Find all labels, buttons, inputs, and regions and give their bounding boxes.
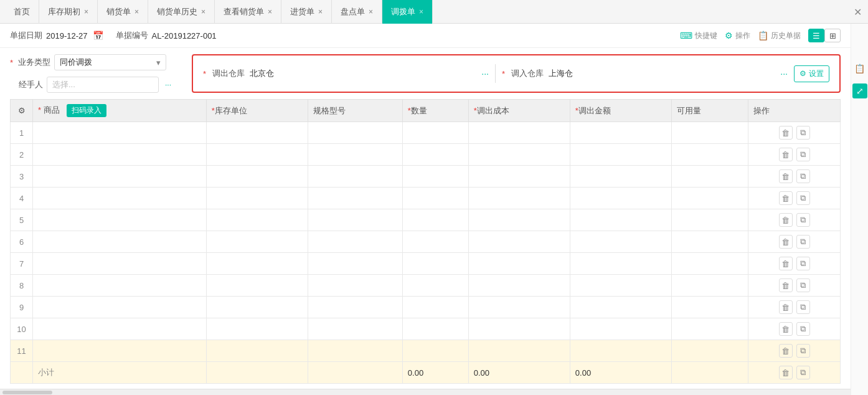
scrollbar[interactable] (0, 389, 851, 395)
amount-cell[interactable] (570, 275, 671, 297)
copy-btn[interactable]: ⧉ (796, 278, 810, 292)
available-cell[interactable] (671, 144, 748, 166)
product-cell[interactable] (33, 166, 207, 188)
tab-stocktake[interactable]: 盘点单× (332, 0, 382, 24)
available-cell[interactable] (671, 253, 748, 275)
tab-transfer[interactable]: 调拨单× (382, 0, 433, 24)
copy-btn[interactable]: ⧉ (796, 235, 810, 249)
delete-btn[interactable]: 🗑 (779, 191, 793, 205)
cost-cell[interactable] (468, 144, 570, 166)
handler-ellipsis-btn[interactable]: ··· (165, 80, 171, 89)
cost-cell[interactable] (468, 318, 570, 340)
tab-close-purchase-order[interactable]: × (318, 7, 323, 16)
qty-cell[interactable] (402, 188, 468, 209)
unit-cell[interactable] (206, 340, 308, 362)
tab-close-stocktake[interactable]: × (369, 7, 373, 16)
calendar-icon[interactable]: 📅 (93, 31, 103, 40)
available-cell[interactable] (671, 275, 748, 297)
delete-btn[interactable]: 🗑 (779, 169, 793, 183)
qty-cell[interactable] (402, 231, 468, 253)
tab-close-transfer[interactable]: × (419, 7, 423, 16)
unit-cell[interactable] (206, 231, 308, 253)
spec-cell[interactable] (308, 209, 402, 231)
delete-btn[interactable]: 🗑 (779, 300, 793, 314)
cost-cell[interactable] (468, 297, 570, 318)
delete-btn[interactable]: 🗑 (779, 126, 793, 140)
qty-cell[interactable] (402, 122, 468, 144)
cost-cell[interactable] (468, 166, 570, 188)
available-cell[interactable] (671, 231, 748, 253)
delete-btn[interactable]: 🗑 (779, 235, 793, 249)
delete-btn[interactable]: 🗑 (779, 213, 793, 227)
unit-cell[interactable] (206, 297, 308, 318)
delete-btn[interactable]: 🗑 (779, 344, 793, 358)
unit-cell[interactable] (206, 275, 308, 297)
tab-close-inventory-init[interactable]: × (84, 7, 88, 16)
subtotal-delete-btn[interactable]: 🗑 (779, 366, 793, 379)
spec-cell[interactable] (308, 231, 402, 253)
copy-btn[interactable]: ⧉ (796, 148, 810, 161)
copy-btn[interactable]: ⧉ (796, 169, 810, 183)
cost-cell[interactable] (468, 231, 570, 253)
available-cell[interactable] (671, 318, 748, 340)
qty-cell[interactable] (402, 253, 468, 275)
product-cell[interactable] (33, 275, 207, 297)
cost-cell[interactable] (468, 209, 570, 231)
tab-sales-order[interactable]: 销货单× (98, 0, 148, 24)
available-cell[interactable] (671, 209, 748, 231)
amount-cell[interactable] (570, 297, 671, 318)
unit-cell[interactable] (206, 209, 308, 231)
available-cell[interactable] (671, 340, 748, 362)
amount-cell[interactable] (570, 253, 671, 275)
product-cell[interactable] (33, 122, 207, 144)
product-cell[interactable] (33, 297, 207, 318)
spec-cell[interactable] (308, 318, 402, 340)
amount-cell[interactable] (570, 340, 671, 362)
copy-btn[interactable]: ⧉ (796, 257, 810, 270)
copy-btn[interactable]: ⧉ (796, 322, 810, 336)
product-cell[interactable] (33, 144, 207, 166)
qty-cell[interactable] (402, 340, 468, 362)
cost-cell[interactable] (468, 253, 570, 275)
gear-icon[interactable]: ⚙ (18, 106, 26, 115)
spec-cell[interactable] (308, 275, 402, 297)
amount-cell[interactable] (570, 231, 671, 253)
qty-cell[interactable] (402, 144, 468, 166)
tab-purchase-order[interactable]: 进货单× (281, 0, 332, 24)
copy-btn[interactable]: ⧉ (796, 213, 810, 227)
tab-home[interactable]: 首页 (5, 0, 39, 24)
unit-cell[interactable] (206, 253, 308, 275)
qty-cell[interactable] (402, 318, 468, 340)
delete-btn[interactable]: 🗑 (779, 257, 793, 270)
tab-close-sales-order[interactable]: × (134, 7, 139, 16)
spec-cell[interactable] (308, 253, 402, 275)
history-btn[interactable]: 📋 历史单据 (758, 31, 801, 41)
sidebar-note-icon[interactable]: 📋 (852, 61, 867, 76)
spec-cell[interactable] (308, 122, 402, 144)
qty-cell[interactable] (402, 275, 468, 297)
delete-btn[interactable]: 🗑 (779, 278, 793, 292)
product-cell[interactable] (33, 318, 207, 340)
operation-btn[interactable]: ⚙ 操作 (725, 31, 750, 41)
copy-btn[interactable]: ⧉ (796, 191, 810, 205)
spec-cell[interactable] (308, 340, 402, 362)
qty-cell[interactable] (402, 166, 468, 188)
spec-cell[interactable] (308, 188, 402, 209)
handler-select[interactable]: 选择... (47, 77, 159, 93)
business-type-select[interactable]: 同价调拨 ▾ (54, 54, 166, 70)
cost-cell[interactable] (468, 122, 570, 144)
list-view-btn[interactable]: ☰ (808, 29, 824, 42)
window-close-btn[interactable]: ✕ (854, 6, 862, 17)
qty-cell[interactable] (402, 297, 468, 318)
tab-close-view-sales[interactable]: × (268, 7, 272, 16)
scan-btn[interactable]: 扫码录入 (67, 104, 106, 117)
available-cell[interactable] (671, 297, 748, 318)
unit-cell[interactable] (206, 188, 308, 209)
product-cell[interactable] (33, 209, 207, 231)
unit-cell[interactable] (206, 318, 308, 340)
tab-inventory-init[interactable]: 库存期初× (39, 0, 98, 24)
copy-btn[interactable]: ⧉ (796, 126, 810, 140)
in-warehouse-ellipsis[interactable]: ··· (780, 69, 788, 79)
product-cell[interactable] (33, 340, 207, 362)
available-cell[interactable] (671, 122, 748, 144)
